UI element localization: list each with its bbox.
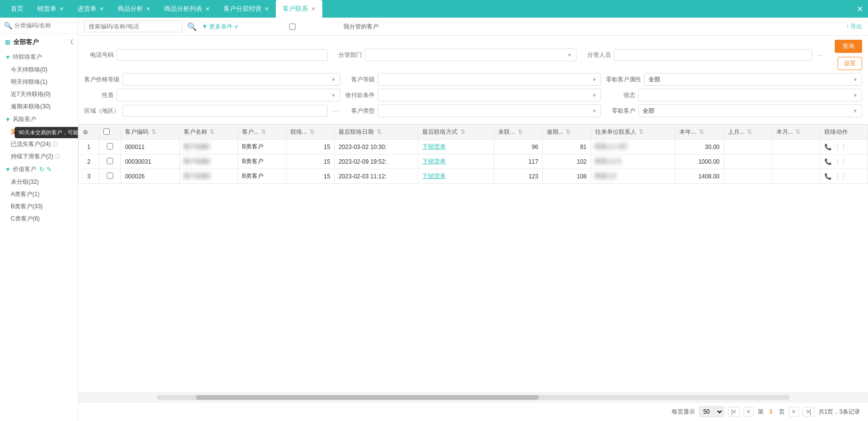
next-page-button[interactable]: > (789, 407, 799, 417)
last-page-button[interactable]: >| (803, 407, 815, 417)
col-header-code[interactable]: 客户编码 ⇅ (121, 125, 179, 140)
status-select[interactable]: ▼ (638, 89, 862, 101)
export-button[interactable]: ↑ 导出 (846, 23, 862, 31)
manager-more-icon[interactable]: ··· (815, 51, 825, 59)
sidebar-section-risk[interactable]: ▼ 风险客户 (0, 113, 78, 126)
row1-checkbox[interactable] (99, 140, 121, 154)
value-refresh-icon[interactable]: ↻ (39, 166, 45, 173)
checkbox-col-header[interactable] (99, 125, 121, 140)
sidebar-item-today[interactable]: 今天待联络(0) (0, 64, 78, 76)
col-header-overdue[interactable]: 逾期... ⇅ (542, 125, 591, 140)
tab-home[interactable]: 首页 (4, 0, 30, 18)
close-customer-contact-tab[interactable]: ✕ (311, 6, 315, 12)
row3-contact-icon[interactable]: 📞 (824, 173, 832, 180)
sidebar-item-week[interactable]: 近7天待联络(0) (0, 88, 78, 100)
region-input[interactable] (122, 105, 328, 117)
sidebar-item-overdue[interactable]: 逾期未联络(30) (0, 100, 78, 113)
sidebar-search-input[interactable] (14, 22, 74, 29)
sidebar-item-type-c[interactable]: C类客户(6) (0, 213, 78, 225)
horizontal-scrollbar[interactable] (157, 395, 790, 400)
row2-code: 00030031 (121, 154, 179, 169)
price-level-select[interactable]: ▼ (122, 73, 340, 86)
first-page-button[interactable]: |< (728, 407, 740, 417)
sidebar-item-churned[interactable]: 已流失客户(24) ⓘ (0, 138, 78, 150)
region-more-icon[interactable]: ··· (331, 107, 340, 115)
row3-checkbox[interactable] (99, 169, 121, 184)
sidebar-item-type-a[interactable]: A类客户(1) (0, 188, 78, 200)
all-customers-header[interactable]: ⊞ 全部客户 《 (0, 34, 78, 50)
col-header-unit-contact[interactable]: 往来单位联系人 ⇅ (591, 125, 675, 140)
tab-customer-contact[interactable]: 客户联系 ✕ (276, 0, 322, 18)
select-all-checkbox[interactable] (103, 128, 110, 135)
row3-more-icon[interactable]: ⋮⋮ (835, 173, 846, 180)
status-field: 状态 ▼ (606, 89, 862, 101)
zero-cust-select[interactable]: 全部 ▼ (638, 104, 862, 117)
col-header-uncontacted[interactable]: 未联... ⇅ (494, 125, 543, 140)
col-header-this-year[interactable]: 本年... ⇅ (675, 125, 724, 140)
my-customers-checkbox[interactable] (243, 24, 341, 30)
row2-select-checkbox[interactable] (107, 158, 113, 164)
phone-input[interactable] (117, 49, 328, 61)
dept-select[interactable]: ▼ (365, 49, 576, 61)
collapse-all-customers[interactable]: 《 (67, 38, 73, 47)
row1-more-icon[interactable]: ⋮⋮ (835, 144, 846, 150)
col-header-last-month[interactable]: 上月... ⇅ (724, 125, 772, 140)
zero-cust-down-icon: ▼ (853, 108, 858, 114)
row1-last-method[interactable]: 下销货单 (418, 140, 494, 154)
manager-input[interactable] (614, 49, 813, 61)
cust-type-select[interactable]: ▼ (378, 104, 602, 117)
row2-action-icons: 📞 ⋮⋮ (824, 158, 864, 165)
zero-attr-select[interactable]: 全部 ▼ (644, 73, 862, 86)
page-size-select[interactable]: 50 100 (699, 406, 724, 417)
sidebar-item-type-b[interactable]: B类客户(33) (0, 200, 78, 213)
sidebar-section-pending[interactable]: ▼ 待联络客户 (0, 50, 78, 64)
row1-select-checkbox[interactable] (107, 143, 113, 149)
query-button[interactable]: 查询 (835, 40, 862, 53)
col-header-last-date[interactable]: 最后联络日期 ⇅ (335, 125, 418, 140)
sidebar-item-ungrouped[interactable]: 未分组(32) (0, 176, 78, 188)
row1-contact-icon[interactable]: 📞 (824, 144, 832, 150)
horizontal-scrollbar-area (78, 393, 868, 402)
tab-product-list[interactable]: 商品分析列表 ✕ (157, 0, 217, 18)
tab-product-analysis[interactable]: 商品分析 ✕ (111, 0, 157, 18)
gender-label: 性质 (84, 91, 114, 99)
close-customer-tier-tab[interactable]: ✕ (265, 6, 269, 12)
row2-more-icon[interactable]: ⋮⋮ (835, 158, 846, 165)
row3-select-checkbox[interactable] (107, 173, 113, 179)
row2-last-method[interactable]: 下销货单 (418, 154, 494, 169)
scrollbar-thumb[interactable] (196, 395, 539, 400)
more-conditions-button[interactable]: ▼ 更多条件 ∨ (202, 23, 239, 31)
search-button[interactable]: 🔍 (187, 22, 197, 31)
row2-checkbox[interactable] (99, 154, 121, 169)
sidebar-item-declining[interactable]: 持续下滑客户(2) ⓘ (0, 150, 78, 163)
value-edit-icon[interactable]: ✎ (47, 166, 52, 173)
row3-last-method[interactable]: 下销货单 (418, 169, 494, 184)
col-header-this-month[interactable]: 本月... ⇅ (772, 125, 820, 140)
window-close-button[interactable]: ✕ (857, 4, 863, 14)
close-product-list-tab[interactable]: ✕ (205, 6, 210, 12)
prev-page-button[interactable]: < (744, 407, 754, 417)
settings-col-header[interactable]: ⚙ (79, 125, 99, 140)
row2-uncontacted: 117 (494, 154, 543, 169)
settings-button[interactable]: 设置 (838, 57, 862, 70)
sidebar-item-tomorrow[interactable]: 明天待联络(1) (0, 76, 78, 88)
cust-level-select[interactable]: ▼ (378, 73, 602, 86)
col-header-contact[interactable]: 联络... ⇅ (286, 125, 335, 140)
col-header-last-method[interactable]: 最后联络方式 ⇅ (418, 125, 494, 140)
filter-row-1: 电话号码 分管部门 ▼ 分管人员 ··· 查询 设置 (84, 40, 862, 70)
close-product-analysis-tab[interactable]: ✕ (146, 6, 150, 12)
col-header-type[interactable]: 客户... ⇅ (238, 125, 286, 140)
close-sales-tab[interactable]: ✕ (59, 6, 64, 12)
search-input[interactable] (84, 21, 182, 32)
row2-this-year: 1000.00 (675, 154, 724, 169)
payment-select[interactable]: ▼ (378, 89, 602, 101)
close-purchase-tab[interactable]: ✕ (99, 6, 104, 12)
sidebar-section-value[interactable]: ▼ 价值客户 ↻ ✎ (0, 163, 78, 176)
tab-customer-tier[interactable]: 客户分层经营 ✕ (217, 0, 276, 18)
gender-select[interactable]: ▼ (117, 89, 340, 101)
zero-cust-label: 零歇客户 (606, 107, 635, 115)
row2-contact-icon[interactable]: 📞 (824, 158, 832, 165)
tab-purchase[interactable]: 进货单 ✕ (71, 0, 111, 18)
col-header-name[interactable]: 客户名称 ⇅ (179, 125, 238, 140)
tab-sales[interactable]: 销货单 ✕ (30, 0, 71, 18)
